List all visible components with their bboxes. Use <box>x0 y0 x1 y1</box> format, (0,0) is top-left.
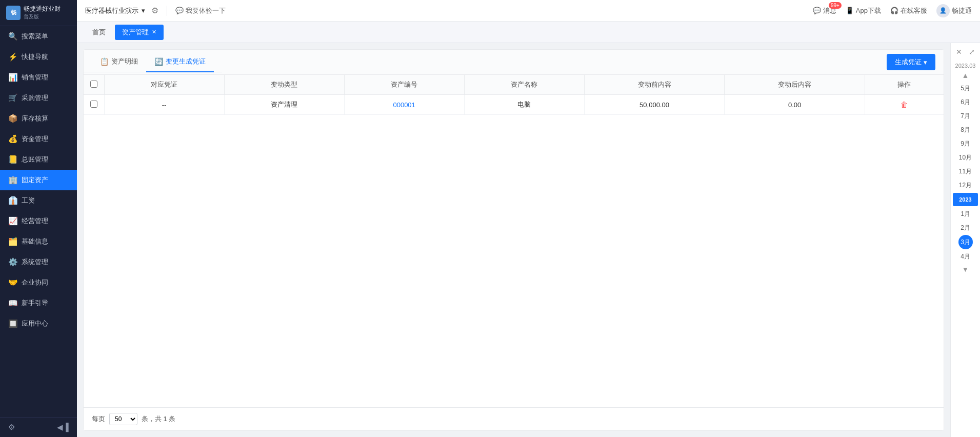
header-divider <box>167 6 167 16</box>
row-voucher: -- <box>104 95 224 115</box>
main-area: 医疗器械行业演示 ▾ ⚙ 💬 我要体验一下 💬 消息 99+ 📱 App下载 🎧… <box>77 0 980 437</box>
table-row: -- 资产清理 000001 电脑 50,000.00 0.00 🗑 <box>84 95 944 115</box>
funds-icon: 💰 <box>8 134 17 144</box>
sub-tabs: 📋 资产明细 🔄 变更生成凭证 <box>84 52 222 72</box>
sidebar-item-sales[interactable]: 📊 销售管理 <box>0 67 77 88</box>
chevron-down-icon: ▾ <box>142 7 145 14</box>
guide-icon: 📖 <box>8 299 17 308</box>
timeline-month-1[interactable]: 1月 <box>953 207 978 221</box>
logo-subtitle: 普及版 <box>24 13 61 21</box>
sidebar-item-label: 工资 <box>22 196 35 205</box>
table-header-row: 对应凭证 变动类型 资产编号 资产名称 变动前内容 变动后内容 操作 <box>84 75 944 95</box>
app-download-btn[interactable]: 📱 App下载 <box>846 6 881 15</box>
total-records-label: 条，共 1 条 <box>142 414 175 424</box>
sub-tab-change-voucher[interactable]: 🔄 变更生成凭证 <box>146 52 214 72</box>
scroll-up-arrow[interactable]: ▲ <box>951 70 980 81</box>
row-checkbox[interactable] <box>90 101 97 108</box>
timeline-month-5[interactable]: 5月 <box>953 82 978 95</box>
timeline-month-2[interactable]: 2月 <box>953 221 978 234</box>
sub-tab-asset-detail[interactable]: 📋 资产明细 <box>92 52 146 72</box>
app-center-icon: 🔲 <box>8 319 17 328</box>
sidebar-item-label: 采购管理 <box>22 93 48 103</box>
online-service-btn[interactable]: 🎧 在线客服 <box>890 6 927 15</box>
per-page-label: 每页 <box>92 414 105 424</box>
row-asset-code: 000001 <box>344 95 464 115</box>
timeline-year-header: 2023.03 <box>951 59 980 70</box>
sidebar-item-inventory[interactable]: 📦 库存核算 <box>0 108 77 129</box>
collapse-icon[interactable]: ◀▐ <box>57 423 69 432</box>
feedback-icon: 💬 <box>175 7 184 14</box>
company-selector[interactable]: 医疗器械行业演示 ▾ <box>85 6 145 15</box>
sidebar-item-guide[interactable]: 📖 新手引导 <box>0 293 77 313</box>
timeline-month-3-active[interactable]: 3月 <box>958 235 973 249</box>
sidebar-item-fixed-assets[interactable]: 🏢 固定资产 <box>0 170 77 190</box>
app-download-label: App下载 <box>856 6 881 15</box>
sidebar-menu: 🔍 搜索菜单 ⚡ 快捷导航 📊 销售管理 🛒 采购管理 📦 库存核算 💰 资金管… <box>0 26 77 417</box>
enterprise-icon: 🤝 <box>8 278 17 287</box>
tab-home[interactable]: 首页 <box>85 25 113 40</box>
user-menu[interactable]: 👤 畅捷通 <box>936 4 972 17</box>
sidebar-item-enterprise[interactable]: 🤝 企业协同 <box>0 272 77 293</box>
timeline-month-4[interactable]: 4月 <box>953 250 978 263</box>
messages-btn[interactable]: 💬 消息 99+ <box>813 6 836 15</box>
change-voucher-icon: 🔄 <box>154 57 163 66</box>
message-icon: 💬 <box>813 7 821 14</box>
sidebar-item-basic-info[interactable]: 🗂️ 基础信息 <box>0 231 77 252</box>
panel-header: ✕ ⤢ <box>951 43 980 57</box>
col-before-content: 变动前内容 <box>584 75 725 95</box>
sidebar-item-label: 快捷导航 <box>22 52 48 62</box>
sidebar-item-ledger[interactable]: 📒 总账管理 <box>0 149 77 170</box>
scroll-down-arrow[interactable]: ▼ <box>951 264 980 275</box>
sidebar-item-quicknav[interactable]: ⚡ 快捷导航 <box>0 47 77 67</box>
sidebar-item-label: 搜索菜单 <box>22 32 48 41</box>
panel-expand-button[interactable]: ⤢ <box>967 46 977 57</box>
row-after-content: 0.00 <box>725 95 865 115</box>
timeline-month-6[interactable]: 6月 <box>953 95 978 109</box>
col-voucher: 对应凭证 <box>104 75 224 95</box>
header-right-actions: 💬 消息 99+ 📱 App下载 🎧 在线客服 👤 畅捷通 <box>813 4 972 17</box>
timeline-month-8[interactable]: 8月 <box>953 123 978 136</box>
tab-close-icon[interactable]: ✕ <box>152 29 156 35</box>
timeline-month-10[interactable]: 10月 <box>953 151 978 164</box>
sidebar-item-label: 资金管理 <box>22 134 48 144</box>
panel-close-button[interactable]: ✕ <box>954 46 965 57</box>
sidebar-item-purchase[interactable]: 🛒 采购管理 <box>0 88 77 108</box>
system-icon: ⚙️ <box>8 257 17 267</box>
sidebar-item-label: 销售管理 <box>22 73 48 82</box>
sidebar-item-label: 固定资产 <box>22 175 48 185</box>
tabs-bar: 首页 资产管理 ✕ <box>77 22 980 43</box>
settings-gear-icon[interactable]: ⚙ <box>151 6 158 15</box>
assets-icon: 🏢 <box>8 175 17 185</box>
payroll-icon: 👔 <box>8 196 17 205</box>
timeline-year-2023: 2023 <box>953 193 978 206</box>
col-asset-name: 资产名称 <box>464 75 584 95</box>
sales-icon: 📊 <box>8 73 17 82</box>
timeline-month-9[interactable]: 9月 <box>953 137 978 150</box>
per-page-select[interactable]: 50 10 20 100 <box>109 413 137 425</box>
sidebar-item-app-center[interactable]: 🔲 应用中心 <box>0 313 77 334</box>
col-checkbox <box>84 75 104 95</box>
delete-row-button[interactable]: 🗑 <box>901 101 908 109</box>
timeline-month-7[interactable]: 7月 <box>953 109 978 123</box>
sidebar-item-search[interactable]: 🔍 搜索菜单 <box>0 26 77 47</box>
timeline-month-11[interactable]: 11月 <box>953 165 978 178</box>
feedback-btn[interactable]: 💬 我要体验一下 <box>175 6 226 15</box>
generate-voucher-label: 生成凭证 <box>895 57 922 67</box>
select-all-checkbox[interactable] <box>90 81 97 88</box>
sidebar-item-funds[interactable]: 💰 资金管理 <box>0 129 77 149</box>
generate-voucher-button[interactable]: 生成凭证 ▾ <box>887 54 935 70</box>
asset-detail-icon: 📋 <box>100 57 109 66</box>
col-action: 操作 <box>865 75 944 95</box>
sub-tab-asset-detail-label: 资产明细 <box>111 57 138 66</box>
tab-asset-management[interactable]: 资产管理 ✕ <box>115 25 164 40</box>
timeline-month-12[interactable]: 12月 <box>953 178 978 192</box>
service-icon: 🎧 <box>890 7 898 14</box>
sidebar-item-payroll[interactable]: 👔 工资 <box>0 190 77 211</box>
operations-icon: 📈 <box>8 216 17 226</box>
sidebar-item-operations[interactable]: 📈 经营管理 <box>0 211 77 231</box>
sidebar-item-label: 库存核算 <box>22 114 48 123</box>
content-area: 📋 资产明细 🔄 变更生成凭证 生成凭证 ▾ <box>77 43 980 437</box>
sidebar-item-system[interactable]: ⚙️ 系统管理 <box>0 252 77 272</box>
sidebar-item-label: 应用中心 <box>22 319 48 328</box>
settings-icon[interactable]: ⚙ <box>8 423 15 432</box>
